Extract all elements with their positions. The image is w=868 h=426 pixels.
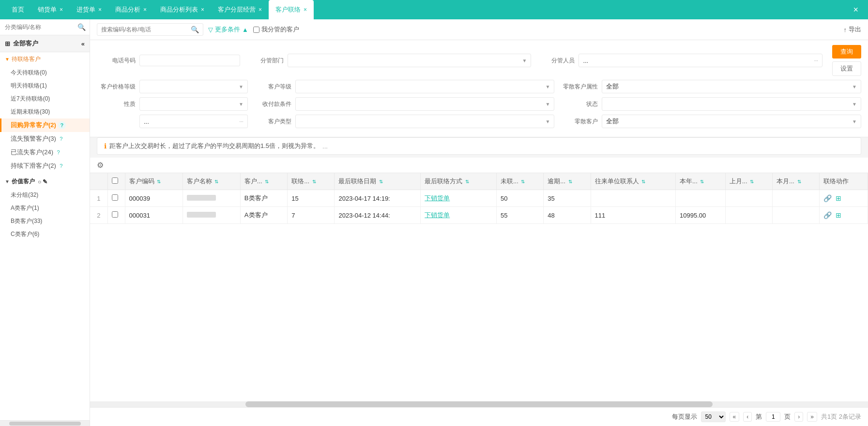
row1-grid-icon[interactable]: ⊞ xyxy=(836,194,841,202)
filter-retail-attr-select[interactable]: 全部 ▼ xyxy=(602,80,861,93)
nav-item-customer-tier[interactable]: 客户分层经营 × xyxy=(211,0,269,19)
close-product-analysis-icon[interactable]: × xyxy=(143,6,147,13)
filter-status-label: 状态 xyxy=(559,100,598,108)
value-customer-edit-icons[interactable]: ○ ✎ xyxy=(38,178,48,185)
sidebar-item-repeat-purchase-anomaly[interactable]: 回购异常客户(2) ? xyxy=(0,118,90,132)
filter-price-level-select[interactable]: ▼ xyxy=(139,80,248,93)
filter-payment-select[interactable]: ▼ xyxy=(295,97,555,111)
query-button[interactable]: 查询 xyxy=(832,45,861,59)
close-customer-tier-icon[interactable]: × xyxy=(259,6,262,13)
sort-not-contacted-icon[interactable]: ⇅ xyxy=(521,179,525,184)
sidebar-item-no-contact[interactable]: 近期未联络(30) xyxy=(0,105,90,118)
retail-attr-value: 全部 xyxy=(606,82,619,91)
close-sales-order-icon[interactable]: × xyxy=(60,6,63,13)
search-filter-icon[interactable]: 🔍 xyxy=(191,26,199,33)
filter-retail-customer-select[interactable]: 全部 ▼ xyxy=(602,115,861,128)
sort-company-contacts-icon[interactable]: ⇅ xyxy=(641,179,645,184)
select-all-checkbox[interactable] xyxy=(112,177,118,184)
row2-this-month xyxy=(773,207,820,224)
sidebar-all-customers[interactable]: ⊞ 全部客户 « xyxy=(0,35,90,52)
sidebar-search-input[interactable] xyxy=(5,24,77,30)
filter-payment-label: 收付款条件 xyxy=(253,100,291,108)
more-conditions-button[interactable]: ▽ 更多条件 ▲ xyxy=(208,25,248,34)
nav-item-purchase-order[interactable]: 进货单 × xyxy=(70,0,108,19)
my-customers-checkbox[interactable] xyxy=(253,27,259,33)
sort-last-contact-method-icon[interactable]: ⇅ xyxy=(465,179,469,184)
filter-department-select[interactable]: ▼ xyxy=(288,54,532,67)
sidebar-scrollbar[interactable] xyxy=(0,420,90,426)
sidebar-collapse-icon[interactable]: « xyxy=(81,40,85,47)
row2-checkbox[interactable] xyxy=(112,211,118,218)
last-page-button[interactable]: » xyxy=(807,412,817,422)
sidebar-item-7day-pending[interactable]: 近7天待联络(0) xyxy=(0,92,90,105)
filter-customer-type-select[interactable]: ▼ xyxy=(295,115,555,128)
settings-button[interactable]: 设置 xyxy=(832,61,861,76)
sidebar-item-today-pending[interactable]: 今天待联络(0) xyxy=(0,66,90,79)
horizontal-scrollbar[interactable] xyxy=(90,401,868,407)
row1-last-contact-method[interactable]: 下销货单 xyxy=(421,190,497,207)
filter-status-select[interactable]: ▼ xyxy=(602,97,861,111)
tooltip-more-link[interactable]: ... xyxy=(322,143,328,150)
nav-item-home[interactable]: 首页 xyxy=(5,0,31,19)
row2-grid-icon[interactable]: ⊞ xyxy=(836,211,841,219)
nav-item-product-analysis[interactable]: 商品分析 × xyxy=(108,0,153,19)
filter-customer-type-field: 客户类型 ▼ xyxy=(253,115,555,128)
page-number-input[interactable] xyxy=(766,412,780,422)
sidebar-item-class-c[interactable]: C类客户(6) xyxy=(0,228,90,241)
sidebar-item-declining-customers[interactable]: 持续下滑客户(2) ? xyxy=(0,159,90,173)
filter-phone-input[interactable] xyxy=(139,55,240,66)
sidebar-item-class-b[interactable]: B类客户(33) xyxy=(0,215,90,228)
filter-customer-grade-label: 客户等级 xyxy=(253,83,291,91)
sidebar-item-class-a[interactable]: A类客户(1) xyxy=(0,202,90,215)
sidebar-scrollbar-thumb xyxy=(9,422,81,426)
sidebar-item-lost-warning[interactable]: 流失预警客户(3) ? xyxy=(0,132,90,146)
search-filter-input[interactable] xyxy=(101,26,191,33)
prev-page-button[interactable]: ‹ xyxy=(743,412,752,422)
per-page-select[interactable]: 50 10 20 100 xyxy=(701,411,726,422)
nav-item-sales-order[interactable]: 销货单 × xyxy=(31,0,70,19)
sort-this-year-icon[interactable]: ⇅ xyxy=(700,179,704,184)
sort-contact-icon[interactable]: ⇅ xyxy=(312,179,316,184)
row1-contact: 15 xyxy=(288,190,335,207)
sort-customer-name-icon[interactable]: ⇅ xyxy=(214,179,218,184)
sort-last-month-icon[interactable]: ⇅ xyxy=(750,179,754,184)
filter-customer-type-label: 客户类型 xyxy=(253,118,291,126)
close-purchase-order-icon[interactable]: × xyxy=(98,6,102,13)
row1-link-icon[interactable]: 🔗 xyxy=(823,194,832,202)
filter-phone-label: 电话号码 xyxy=(97,57,136,65)
export-button[interactable]: ↑ 导出 xyxy=(844,25,862,34)
filter-manager-select[interactable]: ... ··· xyxy=(579,54,822,67)
sort-last-contact-date-icon[interactable]: ⇅ xyxy=(379,179,383,184)
my-customers-filter[interactable]: 我分管的客户 xyxy=(253,25,299,34)
filter-customer-grade-select[interactable]: ▼ xyxy=(295,80,555,93)
row2-last-contact-method[interactable]: 下销货单 xyxy=(421,207,497,224)
close-customer-contact-icon[interactable]: × xyxy=(304,6,307,13)
sort-this-month-icon[interactable]: ⇅ xyxy=(797,179,801,184)
first-page-button[interactable]: « xyxy=(730,412,740,422)
sidebar-item-lost-customers[interactable]: 已流失客户(24) ? xyxy=(0,146,90,159)
nav-item-customer-contact[interactable]: 客户联络 × xyxy=(269,0,314,19)
filter-nature-select[interactable]: ▼ xyxy=(139,97,248,111)
sort-customer-code-icon[interactable]: ⇅ xyxy=(157,179,161,184)
declining-customers-hint-icon: ? xyxy=(60,163,62,169)
sort-customer-type-icon[interactable]: ⇅ xyxy=(265,179,269,184)
filter-extra-select[interactable]: ... ··· xyxy=(139,115,248,128)
pending-contact-header[interactable]: ▼ 待联络客户 xyxy=(0,52,90,66)
sidebar-item-ungrouped[interactable]: 未分组(32) xyxy=(0,189,90,202)
sidebar-search-icon[interactable]: 🔍 xyxy=(77,23,86,31)
close-all-tabs-button[interactable]: × xyxy=(848,5,863,15)
row2-contact: 7 xyxy=(288,207,335,224)
nav-item-product-analysis-list[interactable]: 商品分析列表 × xyxy=(153,0,211,19)
close-product-analysis-list-icon[interactable]: × xyxy=(201,6,204,13)
sidebar-item-tomorrow-pending[interactable]: 明天待联络(1) xyxy=(0,79,90,92)
data-table-area: ⚙ 客户编码 ⇅ 客户名称 ⇅ xyxy=(90,158,868,401)
next-page-button[interactable]: › xyxy=(794,412,803,422)
col-customer-code: 客户编码 ⇅ xyxy=(125,173,183,190)
table-settings-icon[interactable]: ⚙ xyxy=(97,161,104,170)
row1-checkbox[interactable] xyxy=(112,194,118,201)
row1-this-month xyxy=(773,190,820,207)
value-customer-header[interactable]: ▼ 价值客户 ○ ✎ xyxy=(0,175,90,189)
row2-link-icon[interactable]: 🔗 xyxy=(823,211,832,219)
department-chevron-icon: ▼ xyxy=(522,58,527,63)
sort-overdue-icon[interactable]: ⇅ xyxy=(568,179,572,184)
